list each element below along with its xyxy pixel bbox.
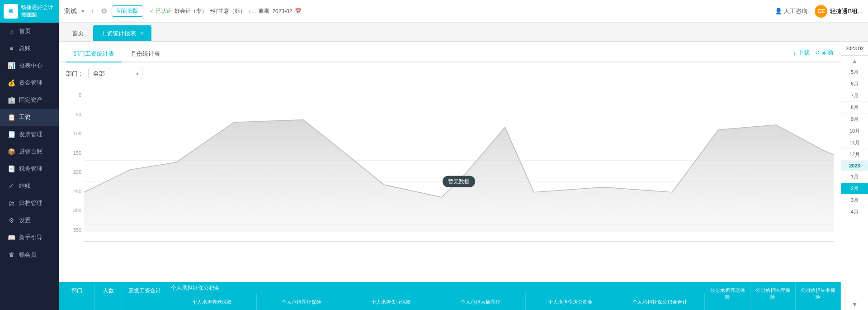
year-2023-tag: 2023 — [841, 161, 868, 171]
month-1[interactable]: 1月 — [841, 171, 868, 183]
month-8[interactable]: 8月 — [841, 102, 868, 114]
sidebar-item-salary[interactable]: 📋 工资 — [0, 109, 59, 126]
sidebar-label-assets: 固定资产 — [19, 96, 42, 104]
sidebar-item-vip[interactable]: ♛ 畅会员 — [0, 246, 59, 263]
funds-icon: 💰 — [7, 79, 15, 86]
month-6[interactable]: 6月 — [841, 78, 868, 90]
help-label: 人工咨询 — [784, 7, 807, 15]
month-2-active[interactable]: 2月 — [841, 183, 868, 195]
sidebar-item-funds[interactable]: 💰 资金管理 — [0, 74, 59, 91]
sidebar-label-settings: 设置 — [19, 216, 31, 224]
topbar-settings-btn[interactable]: ⚙ — [101, 7, 107, 15]
month-7[interactable]: 7月 — [841, 90, 868, 102]
right-panel: 2023.02 ▲ 5月 6月 7月 8月 9月 10月 11月 12月 202… — [841, 42, 868, 310]
content-area: 部门工资统计表 月份统计表 ↓ 下载 ↺ 刷新 — [59, 42, 868, 310]
month-4[interactable]: 4月 — [841, 206, 868, 218]
sidebar-label-vip: 畅会员 — [19, 251, 37, 259]
subtab-month[interactable]: 月份统计表 — [123, 46, 167, 62]
month-9[interactable]: 9月 — [841, 114, 868, 125]
download-button[interactable]: ↓ 下载 — [793, 48, 810, 57]
th-ind-housing: 个人承担住房公积金 — [526, 294, 615, 310]
topbar-add-btn[interactable]: ＋ — [89, 6, 96, 16]
tab-home[interactable]: 首页 — [64, 25, 91, 41]
month-list: 5月 6月 7月 8月 9月 10月 11月 12月 2023 1月 2月 3月… — [841, 67, 868, 299]
topbar-title: 测试 — [64, 7, 77, 15]
tab-close-btn[interactable]: × — [141, 30, 144, 37]
th-dept: 部门 — [59, 282, 95, 310]
month-11[interactable]: 11月 — [841, 137, 868, 149]
sidebar-item-reports[interactable]: 📊 报表中心 — [0, 57, 59, 74]
avatar: CE — [815, 5, 827, 18]
y-label-100: 100 — [66, 131, 84, 136]
sidebar-item-assets[interactable]: 🏢 固定资产 — [0, 91, 59, 109]
switch-version-button[interactable]: 切到旧版 — [112, 5, 143, 17]
subtab-dept[interactable]: 部门工资统计表 — [66, 46, 122, 62]
download-icon: ↓ — [793, 49, 797, 56]
sidebar-item-tax[interactable]: 📑 税务管理 — [0, 160, 59, 177]
table-header: 部门 人数 应发工资合计 个人承担社保公积金 个人承担养老保险 个人承担医疗保险… — [59, 282, 841, 310]
month-12[interactable]: 12月 — [841, 149, 868, 161]
topbar: 测试 ▾ ＋ ⚙ 切到旧版 ✓ 已认证 好会计（专） +好生意（标） +... … — [59, 0, 868, 23]
month-3[interactable]: 3月 — [841, 195, 868, 206]
topbar-right: 👤 人工咨询 CE 轻捷通B组... — [775, 5, 863, 18]
th-headcount: 人数 — [95, 282, 122, 310]
sidebar-label-salary: 工资 — [19, 113, 31, 121]
ledger-icon: ≡ — [7, 45, 15, 52]
panel-up-btn[interactable]: ▲ — [841, 56, 868, 67]
month-5[interactable]: 5月 — [841, 67, 868, 78]
home-icon: ⌂ — [7, 28, 15, 35]
sidebar-item-invoice[interactable]: 🧾 发票管理 — [0, 126, 59, 143]
year-selector: 2023.02 — [841, 42, 868, 56]
y-label-300: 300 — [66, 208, 84, 213]
help-button[interactable]: 👤 人工咨询 — [775, 7, 807, 15]
calendar-icon[interactable]: 📅 — [295, 8, 302, 14]
topbar-tags: ✓ 已认证 好会计（专） +好生意（标） +... 账期 2023-02 📅 — [150, 7, 302, 15]
sidebar-item-newbie[interactable]: 📖 新手引导 — [0, 229, 59, 246]
sidebar-label-home: 首页 — [19, 27, 31, 35]
sidebar-label-reports: 报表中心 — [19, 62, 42, 70]
tabbar: 首页 工资统计报表 × — [59, 23, 868, 42]
y-label-350: 350 — [66, 227, 84, 233]
user-menu[interactable]: CE 轻捷通B组... — [815, 5, 863, 18]
username: 轻捷通B组... — [830, 7, 863, 15]
th-ind-medical: 个人承担医疗保险 — [257, 294, 346, 310]
topbar-dropdown-arrow[interactable]: ▾ — [81, 8, 85, 14]
y-axis: 350 300 250 200 150 100 50 0 — [66, 92, 84, 242]
th-ind-unemployment: 个人承担失业保险 — [346, 294, 436, 310]
dept-select[interactable]: 全部 部门1 部门2 — [88, 68, 142, 79]
chart-plot: 暂无数据 — [84, 92, 834, 242]
current-year-month[interactable]: 2023.02 — [843, 44, 866, 52]
sidebar-item-purchase[interactable]: 📦 进销台账 — [0, 143, 59, 160]
dept-filter-label: 部门： — [66, 70, 84, 78]
refresh-button[interactable]: ↺ 刷新 — [815, 48, 834, 57]
settings-icon: ⚙ — [7, 217, 15, 224]
panel-down-btn[interactable]: ▼ — [841, 299, 868, 310]
sidebar: 畅 畅捷通好会计 专业版 ⌂ 首页 ≡ 总账 📊 报表中心 💰 资金管理 🏢 固… — [0, 0, 59, 310]
sidebar-label-tax: 税务管理 — [19, 165, 42, 173]
th-comp-pension: 公司承担养老保险 — [705, 282, 750, 310]
filter-bar: 部门： 全部 部门1 部门2 ▾ — [59, 62, 841, 85]
help-icon: 👤 — [775, 8, 782, 14]
sidebar-item-ledger[interactable]: ≡ 总账 — [0, 40, 59, 57]
sidebar-label-newbie: 新手引导 — [19, 234, 42, 242]
purchase-icon: 📦 — [7, 148, 15, 155]
logo-version: 专业版 — [21, 12, 37, 17]
th-ind-big-medical: 个人承担大额医疗 — [436, 294, 526, 310]
checkout-icon: ✓ — [7, 182, 15, 190]
tab-salary-report[interactable]: 工资统计报表 × — [93, 25, 151, 41]
sidebar-item-checkout[interactable]: ✓ 结账 — [0, 177, 59, 195]
y-label-250: 250 — [66, 189, 84, 194]
period-value: 2023-02 — [272, 8, 292, 14]
sidebar-item-settings[interactable]: ⚙ 设置 — [0, 212, 59, 229]
more-tag: +... — [248, 8, 256, 14]
sidebar-label-invoice: 发票管理 — [19, 130, 42, 138]
th-total-salary: 应发工资合计 — [122, 282, 167, 310]
salary-icon: 📋 — [7, 114, 15, 121]
refresh-icon: ↺ — [815, 49, 820, 56]
page-content: 部门工资统计表 月份统计表 ↓ 下载 ↺ 刷新 — [59, 42, 841, 310]
archive-icon: 🗂 — [7, 200, 15, 207]
sidebar-item-archive[interactable]: 🗂 归档管理 — [0, 195, 59, 212]
month-10[interactable]: 10月 — [841, 125, 868, 137]
sidebar-item-home[interactable]: ⌂ 首页 — [0, 23, 59, 40]
assets-icon: 🏢 — [7, 96, 15, 104]
